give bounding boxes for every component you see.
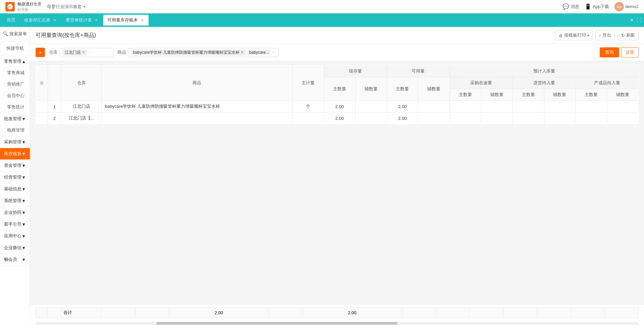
- gear-icon[interactable]: ⚙: [40, 80, 44, 86]
- warehouse-filter-box[interactable]: 江北门店 ✕ ···: [60, 48, 113, 57]
- sidebar-group-basic-title[interactable]: 基础信息 ▼: [0, 183, 30, 195]
- row-avail-aux: [418, 112, 450, 124]
- tab-fullscreen-icon[interactable]: ⛶: [637, 17, 641, 23]
- table-footer: 合计 2.00 2.00: [30, 304, 644, 321]
- sidebar-group-wechat-title[interactable]: 企业微信 ▼: [0, 242, 30, 253]
- sidebar-group-purchase: 采购管理 ▼: [0, 136, 30, 148]
- tab-receive-close[interactable]: ✕: [52, 18, 57, 22]
- settings-btn[interactable]: 设置: [621, 47, 639, 57]
- tab-available[interactable]: 可用量库存账本 ✕: [103, 15, 149, 26]
- th-purchase-group: 采购在途量: [450, 77, 513, 89]
- sidebar-group-appstore-title[interactable]: 应用中心 ▼: [0, 230, 30, 242]
- logo-icon: 好: [5, 2, 15, 11]
- th-incoming-main: 主数量: [513, 89, 544, 101]
- sidebar: 🔍 搜索菜单 快捷导航 零售管理 ▲ 零售商城 营销推广 会员中心 零售统计 批…: [0, 27, 30, 326]
- top-bar: 好 畅捷通好生意 标准版 母婴行业演示账套 ▾ 💬 消息 📱 App下载 Ea …: [0, 0, 644, 13]
- system-arrow: ▼: [21, 198, 26, 203]
- warehouse-filter-dots: ···: [89, 50, 92, 55]
- tab-available-close[interactable]: ✕: [140, 18, 145, 22]
- sidebar-group-inventory-title[interactable]: 库存核算 ▼: [0, 148, 30, 159]
- print-icon: 🖨: [558, 33, 563, 38]
- sidebar-group-retail-title[interactable]: 零售管理 ▲: [0, 56, 30, 67]
- search-menu-btn[interactable]: 🔍 搜索菜单: [3, 30, 27, 38]
- sidebar-group-finance-title[interactable]: 资金管理 ▼: [0, 160, 30, 171]
- sidebar-group-ops: 经营管理 ▼: [0, 172, 30, 183]
- app-download-btn[interactable]: 📱 App下载: [585, 3, 609, 10]
- table-row[interactable]: 1 江北门店 babycare学饮杯 儿童防摔防撞吸管杯重力球吸嘴杯宝宝水杯 个…: [36, 101, 639, 112]
- tab-receive-label: 收发存汇总表: [24, 17, 50, 23]
- avatar: Ea: [614, 2, 624, 11]
- purchase-arrow: ▼: [21, 140, 26, 145]
- retail-arrow: ▲: [21, 59, 26, 64]
- th-product: 商品: [102, 65, 292, 101]
- industry-selector[interactable]: 母婴行业演示账套 ▾: [47, 4, 86, 10]
- product-filter: 商品 babycare学饮杯 儿童防摔防撞吸管杯重力球吸嘴杯宝宝水杯 ✕ bab…: [117, 48, 279, 57]
- product-tag-close[interactable]: ✕: [240, 50, 244, 55]
- page-title: 可用量查询(按仓库+商品): [36, 32, 96, 39]
- sidebar-group-vip-title[interactable]: 畅会员 ▼: [0, 254, 30, 265]
- th-avail-main: 主数量: [387, 77, 418, 101]
- sidebar-group-system: 系统管理 ▼: [0, 195, 30, 207]
- row-unit: 个: [292, 101, 324, 112]
- th-purchase-aux: 辅数量: [481, 89, 513, 101]
- inventory-label: 库存核算: [4, 151, 21, 157]
- sidebar-item-retail-mall[interactable]: 零售商城: [0, 67, 30, 79]
- sidebar-group-system-title[interactable]: 系统管理 ▼: [0, 195, 30, 206]
- sidebar-item-member[interactable]: 会员中心: [0, 90, 30, 101]
- basic-arrow: ▼: [21, 187, 26, 192]
- user-area[interactable]: Ea demo2: [614, 2, 639, 11]
- product-filter-box[interactable]: babycare学饮杯 儿童防摔防撞吸管杯重力球吸嘴杯宝宝水杯 ✕ babyca…: [128, 48, 279, 57]
- footer-incoming-aux: [537, 308, 571, 318]
- th-stock-aux: 辅数量: [355, 77, 387, 101]
- tab-close-all-icon[interactable]: ✕: [630, 17, 634, 23]
- sidebar-group-ops-title[interactable]: 经营管理 ▼: [0, 172, 30, 183]
- print-dropdown-icon: ▾: [587, 34, 589, 37]
- sidebar-group-vip: 畅会员 ▼: [0, 254, 30, 266]
- refresh-icon: ↻: [621, 33, 625, 38]
- filter-toggle-btn[interactable]: »: [36, 48, 45, 57]
- query-btn[interactable]: 查询: [600, 47, 619, 57]
- row-purchase-main: [450, 112, 481, 124]
- search-label: 搜索菜单: [9, 31, 27, 36]
- sidebar-item-quicknav[interactable]: 快捷导航: [0, 43, 30, 54]
- th-produce-main: 主数量: [576, 89, 607, 101]
- th-settings[interactable]: ⚙: [36, 65, 48, 101]
- sidebar-item-ecommerce[interactable]: 电商管理: [0, 125, 30, 136]
- table-row[interactable]: 2 江北门店【... 2.00 2.00: [36, 112, 639, 124]
- message-btn[interactable]: 💬 消息: [562, 3, 579, 10]
- row-checkbox[interactable]: [36, 112, 48, 124]
- row-incoming-main: [513, 112, 544, 124]
- refresh-btn[interactable]: ↻ 刷新: [618, 30, 639, 40]
- scroll-thumb[interactable]: [156, 322, 397, 325]
- warehouse-tag-close[interactable]: ✕: [82, 50, 85, 55]
- message-icon: 💬: [562, 3, 569, 10]
- tab-order-close[interactable]: ✕: [94, 18, 99, 22]
- tab-home[interactable]: 首页: [3, 15, 19, 26]
- sidebar-group-collab-title[interactable]: 企业协同 ▼: [0, 207, 30, 218]
- scroll-track[interactable]: [36, 322, 639, 325]
- main-layout: 🔍 搜索菜单 快捷导航 零售管理 ▲ 零售商城 营销推广 会员中心 零售统计 批…: [0, 27, 644, 326]
- product-tag-value: babycare学饮杯 儿童防摔防撞吸管杯重力球吸嘴杯宝宝水杯: [133, 50, 239, 55]
- sidebar-group-inventory: 库存核算 ▼: [0, 148, 30, 160]
- sidebar-group-purchase-title[interactable]: 采购管理 ▼: [0, 136, 30, 148]
- sidebar-group-guide-title[interactable]: 新手引导 ▼: [0, 219, 30, 230]
- system-label: 系统管理: [4, 198, 21, 204]
- sidebar-item-retail-stat[interactable]: 零售统计: [0, 101, 30, 113]
- print-btn[interactable]: 🖨 按模板打印 ▾: [555, 30, 593, 40]
- export-btn[interactable]: ↑ 导出: [595, 30, 615, 40]
- row-produce-aux: [607, 112, 639, 124]
- dropdown-icon[interactable]: ▾: [83, 4, 86, 9]
- tab-order-stat[interactable]: 要货单统计表 ✕: [62, 15, 103, 26]
- sidebar-group-wholesale-title[interactable]: 批发管理 ▼: [0, 113, 30, 125]
- product-filter-dots: ···: [272, 50, 276, 55]
- row-incoming-main: [513, 101, 544, 112]
- purchase-label: 采购管理: [4, 139, 21, 145]
- row-checkbox[interactable]: [36, 101, 48, 112]
- sidebar-group-wechat: 企业微信 ▼: [0, 242, 30, 254]
- sidebar-item-marketing[interactable]: 营销推广: [0, 79, 30, 90]
- industry-label: 母婴行业演示账套: [47, 4, 82, 10]
- page-header: 可用量查询(按仓库+商品) 🖨 按模板打印 ▾ ↑ 导出 ↻ 刷新: [30, 27, 644, 44]
- th-stock-group: 现存量: [324, 65, 387, 77]
- tab-receive[interactable]: 收发存汇总表 ✕: [20, 15, 61, 26]
- footer-purchase-main: [436, 308, 470, 318]
